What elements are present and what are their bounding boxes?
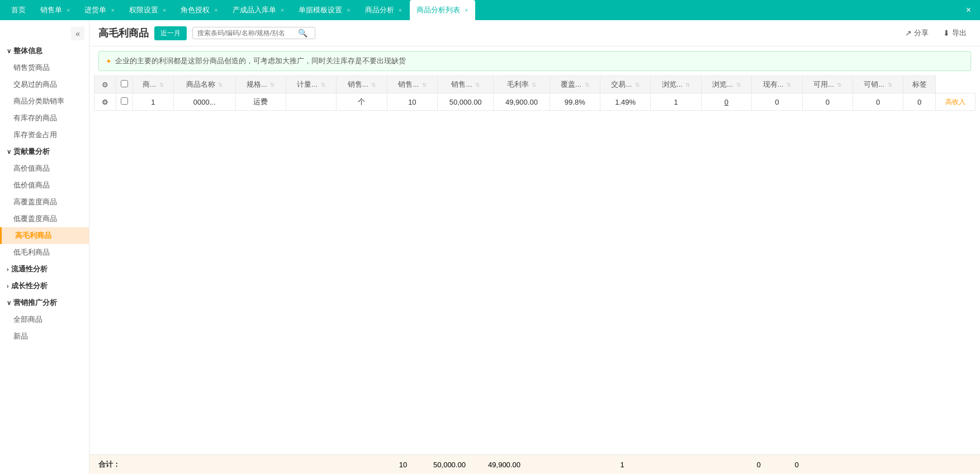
- row-code: 0000...: [173, 93, 235, 111]
- main-container: « ∨ 整体信息 销售货商品 交易过的商品 商品分类助销率 有库存的商品 库存资…: [0, 20, 980, 474]
- table-area[interactable]: ⚙ 商... ⇅ 商品名称 ⇅ 规格...: [89, 76, 980, 454]
- sidebar-section-marketing[interactable]: ∨ 营销推广分析: [0, 294, 89, 311]
- sort-icon-browse2: ⇅: [736, 82, 741, 88]
- nav-close-inbound[interactable]: ×: [281, 7, 284, 13]
- info-icon: ✦: [106, 57, 112, 65]
- nav-template-settings[interactable]: 单据模板设置 ×: [292, 0, 357, 20]
- sidebar-item-stock-capital[interactable]: 库存资金占用: [0, 126, 89, 143]
- row-gross-margin: 99.8%: [550, 93, 600, 111]
- nav-sales-order[interactable]: 销售单 ×: [34, 0, 77, 20]
- nav-product-inbound[interactable]: 产成品入库单 ×: [226, 0, 291, 20]
- row-spec: [286, 93, 336, 111]
- sidebar-item-new-goods[interactable]: 新品: [0, 328, 89, 345]
- sidebar-item-high-coverage[interactable]: 高覆盖度商品: [0, 194, 89, 210]
- nav-close-role[interactable]: ×: [214, 7, 217, 13]
- nav-permission-settings[interactable]: 权限设置 ×: [122, 0, 173, 20]
- sidebar-section-contribution[interactable]: ∨ 贡献量分析: [0, 143, 89, 160]
- info-bar: ✦ 企业的主要的利润都是这部分商品创造的，可考虑加大推广，同时关注库存是不要出现…: [98, 51, 971, 71]
- window-close-button[interactable]: ×: [962, 5, 976, 15]
- nav-close-sales[interactable]: ×: [67, 7, 70, 13]
- sort-icon-code: ⇅: [159, 82, 164, 88]
- arrow-overall: ∨: [7, 48, 11, 55]
- sidebar-collapse-button[interactable]: «: [71, 27, 84, 40]
- col-checkbox[interactable]: [116, 76, 132, 93]
- row-sale-amount: 50,000.00: [438, 93, 494, 111]
- row-checkbox-input[interactable]: [121, 97, 128, 105]
- info-text: 企业的主要的利润都是这部分商品创造的，可考虑加大推广，同时关注库存是不要出现缺货: [115, 56, 406, 66]
- sidebar-section-growth[interactable]: › 成长性分析: [0, 278, 89, 294]
- row-tag: 高收入: [935, 93, 975, 111]
- col-browse2[interactable]: 浏览... ⇅: [701, 76, 751, 93]
- nav-close-analysis-list[interactable]: ×: [465, 7, 468, 13]
- nav-close-analysis[interactable]: ×: [399, 7, 402, 13]
- sidebar-section-overall[interactable]: ∨ 整体信息: [0, 43, 89, 59]
- share-button[interactable]: ↗ 分享: [901, 26, 933, 40]
- footer-current-stock: 0: [742, 461, 775, 469]
- nav-close-permission[interactable]: ×: [163, 7, 166, 13]
- nav-close-template[interactable]: ×: [347, 7, 350, 13]
- col-sale-count[interactable]: 销售... ⇅: [337, 76, 387, 93]
- row-trade-count: 1: [651, 93, 701, 111]
- data-table: ⚙ 商... ⇅ 商品名称 ⇅ 规格...: [94, 76, 976, 111]
- col-spec[interactable]: 规格... ⇅: [235, 76, 286, 93]
- nav-product-analysis-list[interactable]: 商品分析列表 ×: [410, 0, 475, 20]
- col-current-stock[interactable]: 现有... ⇅: [752, 76, 802, 93]
- sidebar-section-liquidity[interactable]: › 流通性分析: [0, 261, 89, 278]
- search-icon[interactable]: 🔍: [298, 29, 307, 37]
- table-header-row: ⚙ 商... ⇅ 商品名称 ⇅ 规格...: [94, 76, 976, 93]
- sidebar-item-low-margin[interactable]: 低毛利商品: [0, 244, 89, 261]
- sidebar-item-high-value[interactable]: 高价值商品: [0, 160, 89, 177]
- col-code[interactable]: 商... ⇅: [132, 76, 173, 93]
- nav-purchase-order[interactable]: 进货单 ×: [78, 0, 121, 20]
- col-sellable-stock[interactable]: 可销... ⇅: [853, 76, 903, 93]
- row-coverage: 1.49%: [600, 93, 650, 111]
- sidebar-item-traded-goods[interactable]: 交易过的商品: [0, 76, 89, 93]
- sidebar-wrapper: « ∨ 整体信息 销售货商品 交易过的商品 商品分类助销率 有库存的商品 库存资…: [0, 20, 89, 474]
- page-title: 高毛利商品: [98, 26, 149, 40]
- sidebar-item-low-coverage[interactable]: 低覆盖度商品: [0, 210, 89, 227]
- filter-recent-month-button[interactable]: 近一月: [154, 26, 187, 40]
- sort-icon-coverage: ⇅: [585, 82, 589, 88]
- col-coverage[interactable]: 覆盖... ⇅: [550, 76, 600, 93]
- arrow-marketing: ∨: [7, 299, 11, 307]
- sort-icon-sale-amount: ⇅: [422, 82, 427, 88]
- export-button[interactable]: ⬇ 导出: [939, 26, 971, 40]
- col-settings[interactable]: ⚙: [94, 76, 116, 93]
- col-sale-profit[interactable]: 销售... ⇅: [438, 76, 494, 93]
- row-settings[interactable]: ⚙: [94, 93, 116, 111]
- col-unit[interactable]: 计量... ⇅: [286, 76, 336, 93]
- col-tag[interactable]: 标签: [903, 76, 936, 93]
- footer-bar: 合计： 10 50,000.00 49,900.00 1 0 0: [89, 454, 980, 474]
- col-available-stock[interactable]: 可用... ⇅: [802, 76, 853, 93]
- sidebar-item-low-value[interactable]: 低价值商品: [0, 177, 89, 194]
- col-gross-margin[interactable]: 毛利率 ⇅: [494, 76, 550, 93]
- row-current-stock: 0: [802, 93, 853, 111]
- nav-product-analysis[interactable]: 商品分析 ×: [358, 0, 409, 20]
- sort-icon-trade: ⇅: [635, 82, 640, 88]
- row-browse1[interactable]: 0: [701, 93, 751, 111]
- sidebar-item-category-rate[interactable]: 商品分类助销率: [0, 93, 89, 110]
- arrow-liquidity: ›: [7, 266, 9, 273]
- search-box: 🔍: [192, 27, 315, 39]
- row-sale-profit: 49,900.00: [494, 93, 550, 111]
- select-all-checkbox[interactable]: [121, 80, 128, 87]
- sidebar-item-all-goods[interactable]: 全部商品: [0, 311, 89, 328]
- nav-close-purchase[interactable]: ×: [111, 7, 114, 13]
- arrow-contribution: ∨: [7, 148, 11, 156]
- nav-role-auth[interactable]: 角色授权 ×: [174, 0, 224, 20]
- sidebar-item-in-stock-goods[interactable]: 有库存的商品: [0, 110, 89, 126]
- col-trade[interactable]: 交易... ⇅: [600, 76, 650, 93]
- col-browse1[interactable]: 浏览... ⇅: [651, 76, 701, 93]
- col-name[interactable]: 商品名称 ⇅: [173, 76, 235, 93]
- search-input[interactable]: [197, 29, 298, 37]
- row-index: 1: [132, 93, 173, 111]
- nav-home[interactable]: 首页: [4, 0, 32, 20]
- sort-icon-current-stock: ⇅: [787, 82, 791, 88]
- col-sale-amount[interactable]: 销售... ⇅: [387, 76, 437, 93]
- sort-icon-spec: ⇅: [270, 82, 274, 88]
- sidebar-item-sales-goods[interactable]: 销售货商品: [0, 59, 89, 76]
- footer-sale-amount: 50,000.00: [424, 461, 475, 469]
- sort-icon-unit: ⇅: [321, 82, 325, 88]
- sidebar-item-high-margin[interactable]: 高毛利商品: [0, 227, 89, 244]
- row-checkbox[interactable]: [116, 93, 132, 111]
